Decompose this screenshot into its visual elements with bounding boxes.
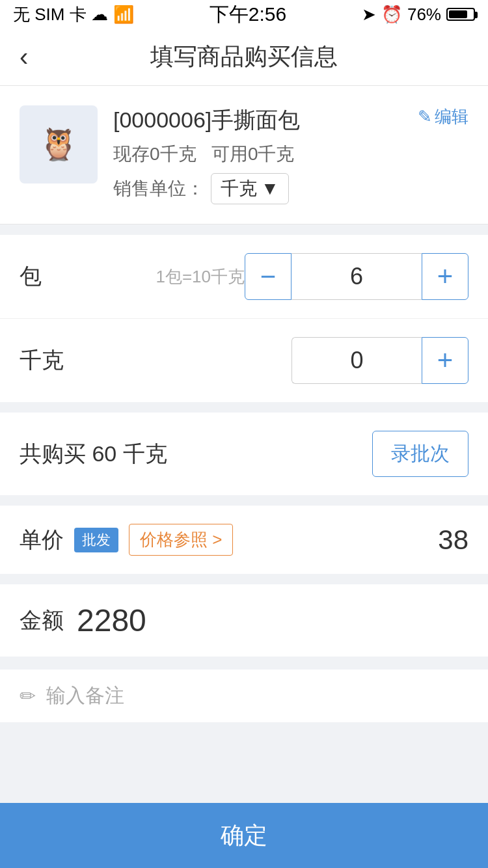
edit-button[interactable]: ✎ 编辑 [418,105,468,128]
bao-qty-control: − + [245,253,468,300]
bao-qty-input[interactable] [291,253,422,300]
kg-qty-control: + [291,337,468,384]
amount-label: 金额 [20,606,64,636]
kg-row: 千克 + [0,319,488,402]
batch-button[interactable]: 录批次 [372,431,468,477]
alarm-icon: ⏰ [381,5,402,25]
pencil-icon: ✏ [20,685,36,707]
price-label: 单价 [20,525,64,555]
product-logo-icon: 🦉 [39,126,78,163]
quantity-section: 包 1包=10千克 − + 千克 + [0,235,488,402]
bao-minus-button[interactable]: − [245,253,291,300]
status-right: ➤ ⏰ 76% [362,5,475,25]
status-time: 下午2:56 [210,1,286,28]
total-text: 共购买 60 千克 [20,439,167,469]
location-icon: ➤ [362,5,376,25]
price-left: 单价 批发 价格参照 > [20,524,233,556]
amount-row: 金额 2280 [0,584,488,657]
sim-status: 无 SIM 卡 ☁ [13,3,108,26]
confirm-button[interactable]: 确定 [0,803,488,868]
remark-row[interactable]: ✏ 输入备注 [0,670,488,722]
bao-row: 包 1包=10千克 − + [0,235,488,319]
status-bar: 无 SIM 卡 ☁ 📶 下午2:56 ➤ ⏰ 76% [0,0,488,29]
battery-percent: 76% [407,5,441,25]
unit-select[interactable]: 千克 ▼ [211,173,289,204]
remark-placeholder: 输入备注 [46,683,124,709]
total-row: 共购买 60 千克 录批次 [0,413,488,495]
price-tag: 批发 [74,528,118,552]
price-value: 38 [438,524,468,556]
back-button[interactable]: ‹ [20,42,28,72]
kg-qty-input[interactable] [291,337,422,384]
product-unit-row: 销售单位： 千克 ▼ [113,173,402,204]
battery-icon [446,8,475,21]
wifi-icon: 📶 [113,5,134,25]
status-left: 无 SIM 卡 ☁ 📶 [13,3,134,26]
price-row: 单价 批发 价格参照 > 38 [20,524,468,556]
product-thumbnail: 🦉 [20,105,98,183]
nav-bar: ‹ 填写商品购买信息 [0,29,488,86]
price-reference-button[interactable]: 价格参照 > [129,524,233,556]
page-title: 填写商品购买信息 [150,41,338,73]
kg-label: 千克 [20,346,291,375]
bao-plus-button[interactable]: + [422,253,468,300]
bao-hint: 1包=10千克 [156,265,245,288]
product-info: [0000006]手撕面包 现存0千克 可用0千克 销售单位： 千克 ▼ [113,105,402,204]
chevron-down-icon: ▼ [261,178,279,199]
edit-icon: ✎ [418,107,432,127]
product-card: 🦉 [0000006]手撕面包 现存0千克 可用0千克 销售单位： 千克 ▼ ✎… [0,86,488,224]
product-name: [0000006]手撕面包 [113,105,402,135]
bao-label: 包 [20,262,145,292]
amount-value: 2280 [77,603,146,638]
product-stock: 现存0千克 可用0千克 [113,142,402,167]
price-section: 单价 批发 价格参照 > 38 [0,506,488,574]
kg-plus-button[interactable]: + [422,337,468,384]
